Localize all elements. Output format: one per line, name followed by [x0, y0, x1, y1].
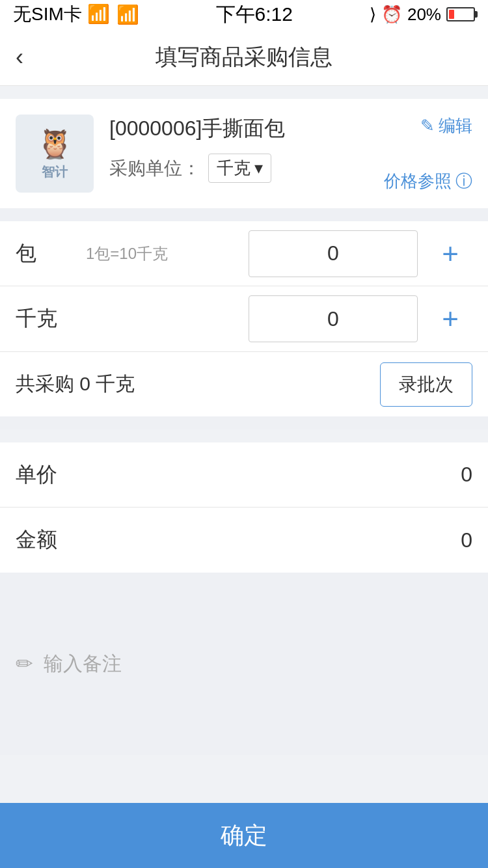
bag-input-row: 包 1包=10千克 +	[0, 221, 488, 286]
location-icon: ⟩	[370, 5, 376, 25]
remark-placeholder: 输入备注	[44, 651, 122, 677]
product-thumbnail: 🦉 智计	[16, 115, 94, 193]
status-right: ⟩ ⏰ 20%	[370, 5, 475, 25]
unit-select[interactable]: 千克 ▾	[208, 154, 271, 183]
sim-text: 无SIM卡 📶	[13, 2, 110, 27]
battery-icon	[446, 7, 475, 21]
amount-value: 0	[461, 528, 472, 552]
amount-row: 金额 0	[0, 508, 488, 573]
unit-price-row: 单价 0	[0, 442, 488, 508]
bag-label: 包	[16, 239, 81, 268]
unit-price-value: 0	[461, 463, 472, 487]
bag-input-wrap: +	[168, 230, 472, 277]
section-divider-2	[0, 416, 488, 429]
unit-value: 千克	[217, 157, 251, 180]
confirm-button[interactable]: 确定	[0, 803, 488, 868]
status-bar: 无SIM卡 📶 📶 下午6:12 ⟩ ⏰ 20%	[0, 0, 488, 29]
bag-input[interactable]	[249, 230, 418, 277]
unit-label: 采购单位：	[109, 156, 200, 181]
pencil-icon: ✏	[16, 651, 33, 676]
price-reference-button[interactable]: 价格参照 ⓘ	[384, 170, 472, 193]
kg-input[interactable]	[249, 295, 418, 342]
section-divider-1	[0, 208, 488, 221]
nav-bar: ‹ 填写商品采购信息	[0, 29, 488, 86]
product-card: 🦉 智计 [0000006]手撕面包 采购单位： 千克 ▾ ✎ 编辑 价格参照 …	[0, 99, 488, 208]
kg-label: 千克	[16, 305, 81, 333]
brand-logo-icon: 🦉	[37, 127, 73, 161]
batch-button[interactable]: 录批次	[380, 362, 472, 407]
edit-icon: ✎	[420, 116, 435, 136]
kg-input-row: 千克 +	[0, 286, 488, 351]
back-button[interactable]: ‹	[16, 44, 23, 71]
amount-label: 金额	[16, 526, 57, 554]
remark-section[interactable]: ✏ 输入备注	[0, 573, 488, 755]
alarm-icon: ⏰	[381, 5, 402, 25]
product-name: [0000006]手撕面包	[109, 115, 472, 143]
edit-button[interactable]: ✎ 编辑	[420, 115, 472, 137]
info-icon: ⓘ	[455, 170, 472, 193]
kg-input-wrap: +	[81, 295, 472, 342]
bag-plus-button[interactable]: +	[428, 232, 472, 276]
wifi-icon: 📶	[116, 4, 139, 25]
page-title: 填写商品采购信息	[156, 42, 332, 72]
chevron-down-icon: ▾	[254, 158, 263, 178]
bag-sublabel: 1包=10千克	[86, 243, 168, 264]
battery-percent: 20%	[407, 5, 441, 25]
price-info-section: 单价 0 金额 0	[0, 442, 488, 573]
total-text: 共采购 0 千克	[16, 371, 135, 398]
input-section: 包 1包=10千克 + 千克 +	[0, 221, 488, 351]
total-row: 共采购 0 千克 录批次	[0, 351, 488, 416]
unit-price-label: 单价	[16, 461, 57, 489]
status-time: 下午6:12	[216, 1, 293, 28]
kg-plus-button[interactable]: +	[428, 297, 472, 341]
status-left: 无SIM卡 📶 📶	[13, 2, 139, 27]
brand-name: 智计	[42, 163, 68, 181]
